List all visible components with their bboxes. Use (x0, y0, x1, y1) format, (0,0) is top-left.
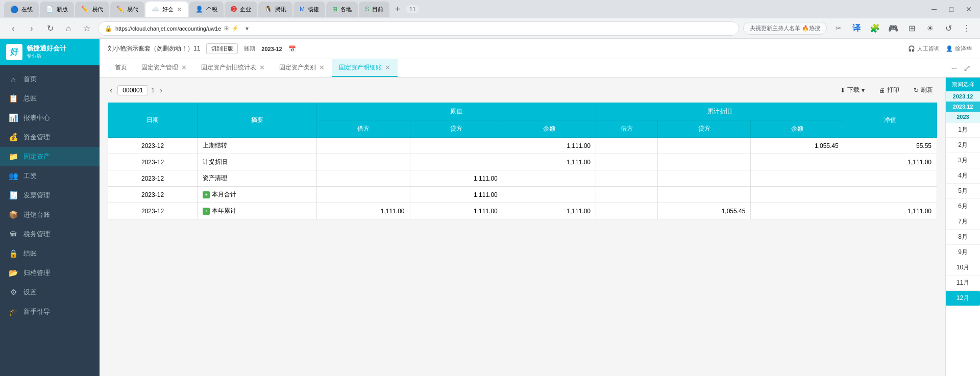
maximize-button[interactable]: □ (944, 2, 959, 16)
prev-page-button[interactable]: ‹ (108, 85, 114, 96)
browser-tab-yidai2[interactable]: ✏️ 易代 (110, 2, 144, 17)
toolbar-actions: ⬇ 下载 ▾ 🖨 打印 ↻ 刷新 (836, 84, 937, 96)
period-month-1[interactable]: 1月 (946, 122, 980, 138)
download-dropdown-icon: ▾ (862, 87, 865, 94)
browser-tab-mubiao[interactable]: S 目前 (359, 2, 389, 17)
customer-service-button[interactable]: 🎧 人工咨询 (908, 45, 940, 53)
tab-label: 在线 (21, 6, 33, 13)
sidebar-item-payroll[interactable]: 👥 工资 (0, 166, 100, 186)
sidebar: 好 畅捷通好会计 专业版 ⌂ 首页 📋 总账 📊 报表中心 💰 资金管理 (0, 39, 100, 376)
period-month-7[interactable]: 7月 (946, 214, 980, 230)
tab-depreciation-stats[interactable]: 固定资产折旧统计表 ✕ (194, 59, 272, 77)
browser-toolbar-right: 央视更新主持人名单 🔥热搜 ✂ 译 🧩 🎮 ⊞ ☀ ↺ ⋮ (743, 21, 974, 36)
tab-depreciation-stats-close[interactable]: ✕ (259, 64, 265, 71)
brightness-icon[interactable]: ☀ (923, 21, 937, 36)
tab-home[interactable]: 首页 (108, 59, 134, 77)
sidebar-item-tax[interactable]: 🏛 税务管理 (0, 224, 100, 244)
browser-toolbar: ‹ › ↻ ⌂ ☆ 🔒 https://cloud.chanjet.com/ac… (0, 18, 980, 39)
reload-button[interactable]: ↻ (43, 21, 57, 36)
tab-count-badge[interactable]: 11 (406, 5, 419, 13)
sidebar-item-reports[interactable]: 📊 报表中心 (0, 108, 100, 128)
browser-tab-haohui[interactable]: ☁️ 好会 ✕ (145, 2, 188, 17)
cell-accum-debit-4 (596, 203, 658, 219)
url-dropdown-button[interactable]: ▾ (242, 23, 252, 34)
cell-accum-debit-3 (596, 187, 658, 203)
cell-accum-credit-0 (658, 138, 751, 154)
period-month-3[interactable]: 3月 (946, 153, 980, 168)
next-page-button[interactable]: › (158, 85, 164, 96)
print-button[interactable]: 🖨 打印 (875, 84, 903, 96)
sidebar-item-home[interactable]: ⌂ 首页 (0, 69, 100, 89)
browser-tab-gedi[interactable]: ⊞ 各地 (326, 2, 358, 17)
tab-asset-detail-ledger[interactable]: 固定资产明细账 ✕ (332, 59, 398, 77)
download-button[interactable]: ⬇ 下载 ▾ (836, 84, 869, 96)
browser-tab-tencent[interactable]: 🐧 腾讯 (258, 2, 292, 17)
minimize-button[interactable]: ─ (927, 2, 941, 16)
menu-button[interactable]: ⋮ (960, 21, 974, 36)
sidebar-item-funds[interactable]: 💰 资金管理 (0, 128, 100, 147)
bookmark-button[interactable]: ☆ (80, 21, 94, 36)
period-month-2[interactable]: 2月 (946, 138, 980, 153)
browser-tab-qiye[interactable]: 🅒 企业 (225, 2, 257, 17)
period-month-9[interactable]: 9月 (946, 245, 980, 260)
table-row: 2023-12 上期结转 1,111.00 1,055.45 55.55 (108, 138, 937, 154)
cell-net-value-1: 1,111.00 (844, 154, 937, 170)
inventory-icon: 📦 (8, 210, 18, 219)
sidebar-item-fixed-assets[interactable]: 📁 固定资产 (0, 147, 100, 166)
back-button[interactable]: ‹ (6, 21, 20, 36)
data-table: 日期 摘要 原值 累计折旧 净值 借方 贷方 余额 借方 贷方 余额 (108, 103, 937, 219)
sidebar-item-ledger[interactable]: 📋 总账 (0, 89, 100, 108)
sidebar-item-inventory[interactable]: 📦 进销台账 (0, 205, 100, 224)
sidebar-item-settings[interactable]: ⚙ 设置 (0, 283, 100, 302)
period-selected-year2[interactable]: 2023.12 (946, 102, 980, 112)
tax-icon: 🏛 (8, 230, 18, 239)
tab-collapse-icon[interactable]: ╌ (950, 62, 958, 75)
cell-date-2: 2023-12 (108, 170, 198, 187)
tab-label: 畅捷 (308, 6, 319, 13)
period-month-10[interactable]: 10月 (946, 260, 980, 275)
browser-tab-geshui[interactable]: 👤 个税 (189, 2, 224, 17)
gaming-icon[interactable]: 🎮 (886, 21, 900, 36)
address-bar[interactable]: 🔒 https://cloud.chanjet.com/accounting/u… (98, 21, 739, 36)
home-button[interactable]: ⌂ (61, 21, 76, 36)
browser-tab-close[interactable]: ✕ (177, 6, 182, 13)
period-selected-year1[interactable]: 2023.12 (946, 91, 980, 102)
forward-button[interactable]: › (24, 21, 39, 36)
table-row: 2023-12 +本年累计 1,111.00 1,111.00 1,111.00… (108, 203, 937, 219)
period-month-12[interactable]: 12月 (946, 291, 980, 306)
cell-accum-credit-2 (658, 170, 751, 187)
tab-fixed-assets-management[interactable]: 固定资产管理 ✕ (134, 59, 194, 77)
sidebar-item-archive[interactable]: 📂 归档管理 (0, 263, 100, 283)
period-month-5[interactable]: 5月 (946, 184, 980, 199)
user-info[interactable]: 👤 徐泽华 (946, 45, 972, 53)
tab-expand-icon[interactable]: ⤢ (962, 62, 972, 75)
tab-asset-category-close[interactable]: ✕ (319, 64, 325, 71)
sidebar-item-invoice[interactable]: 🧾 发票管理 (0, 186, 100, 205)
page-number-input[interactable] (117, 85, 148, 95)
tab-fixed-assets-management-close[interactable]: ✕ (181, 64, 187, 71)
browser-tab-changjie[interactable]: M 畅捷 (293, 2, 325, 17)
cell-accum-balance-3 (751, 187, 844, 203)
sidebar-item-settlement[interactable]: 🔒 结账 (0, 244, 100, 263)
tab-asset-category-label: 固定资产类别 (279, 63, 316, 72)
calendar-icon[interactable]: 📅 (288, 45, 296, 53)
browser-tab-online[interactable]: 🔵 在线 (4, 2, 39, 17)
browser-tab-yidai1[interactable]: ✏️ 易代 (75, 2, 109, 17)
history-back-icon[interactable]: ↺ (941, 21, 955, 36)
period-month-11[interactable]: 11月 (946, 275, 980, 291)
close-button[interactable]: ✕ (962, 2, 976, 16)
period-month-6[interactable]: 6月 (946, 199, 980, 214)
period-month-4[interactable]: 4月 (946, 168, 980, 184)
browser-tab-new[interactable]: 📄 新版 (40, 2, 74, 17)
sidebar-item-guide[interactable]: 🎓 新手引导 (0, 302, 100, 321)
refresh-button[interactable]: ↻ 刷新 (910, 84, 937, 96)
tab-asset-detail-ledger-close[interactable]: ✕ (385, 64, 390, 71)
period-month-8[interactable]: 8月 (946, 230, 980, 245)
translate-icon[interactable]: 译 (849, 21, 864, 36)
switch-version-button[interactable]: 切到旧版 (206, 43, 238, 54)
apps-icon[interactable]: ⊞ (904, 21, 919, 36)
cut-icon[interactable]: ✂ (831, 21, 845, 36)
new-tab-button[interactable]: + (390, 2, 405, 16)
extensions-icon[interactable]: 🧩 (868, 21, 882, 36)
tab-asset-category[interactable]: 固定资产类别 ✕ (272, 59, 332, 77)
